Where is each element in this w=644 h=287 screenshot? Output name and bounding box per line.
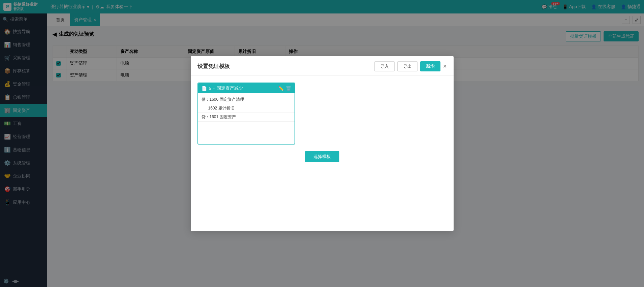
template-empty-row-2 [198, 135, 295, 142]
modal-close-btn[interactable]: × [443, 63, 447, 70]
template-id: 5 [209, 86, 211, 91]
template-delete-icon[interactable]: 🗑️ [286, 86, 291, 91]
import-btn[interactable]: 导入 [374, 61, 395, 71]
modal-body: 📄 5 - 固定资产减少 ✏️ 🗑️ 借：1606 固定资产清理 [191, 76, 454, 231]
modal-title: 设置凭证模板 [197, 63, 230, 70]
new-template-btn[interactable]: 新增 [420, 61, 440, 71]
template-empty-row-1 [198, 122, 295, 135]
modal-header-actions: 导入 导出 新增 × [374, 61, 447, 71]
entry2-debit [262, 105, 282, 111]
template-header-left: 📄 5 - 固定资产减少 [202, 85, 243, 91]
template-entry-3: 贷：1601 固定资产 [198, 113, 295, 122]
entry3-debit [262, 114, 282, 120]
modal-header: 设置凭证模板 导入 导出 新增 × [191, 56, 454, 76]
template-edit-icon[interactable]: ✏️ [278, 86, 284, 91]
export-btn[interactable]: 导出 [397, 61, 418, 71]
entry1-debit [262, 97, 282, 102]
entry1-account: 借：1606 固定资产清理 [202, 97, 262, 102]
template-doc-icon: 📄 [202, 86, 207, 91]
template-name: 固定资产减少 [217, 85, 243, 91]
select-template-container: 选择模板 [197, 151, 447, 162]
select-template-btn[interactable]: 选择模板 [305, 151, 339, 162]
entry2-account: 1602 累计折旧 [202, 105, 262, 111]
modal-overlay: 设置凭证模板 导入 导出 新增 × 📄 5 - 固定资产减少 [0, 0, 644, 287]
entry3-credit [282, 114, 295, 120]
template-header-actions: ✏️ 🗑️ [278, 86, 291, 91]
template-entry-2: 1602 累计折旧 [198, 104, 295, 113]
template-card-header: 📄 5 - 固定资产减少 ✏️ 🗑️ [198, 83, 295, 93]
voucher-template-modal: 设置凭证模板 导入 导出 新增 × 📄 5 - 固定资产减少 [191, 56, 454, 231]
entry2-credit [282, 105, 295, 111]
entry1-credit [282, 97, 295, 102]
template-entry-1: 借：1606 固定资产清理 [198, 95, 295, 104]
entry3-account: 贷：1601 固定资产 [202, 114, 262, 120]
template-separator: - [213, 86, 215, 91]
template-card-body: 借：1606 固定资产清理 1602 累计折旧 贷：1601 固定资产 [198, 93, 295, 144]
template-card: 📄 5 - 固定资产减少 ✏️ 🗑️ 借：1606 固定资产清理 [197, 83, 295, 145]
